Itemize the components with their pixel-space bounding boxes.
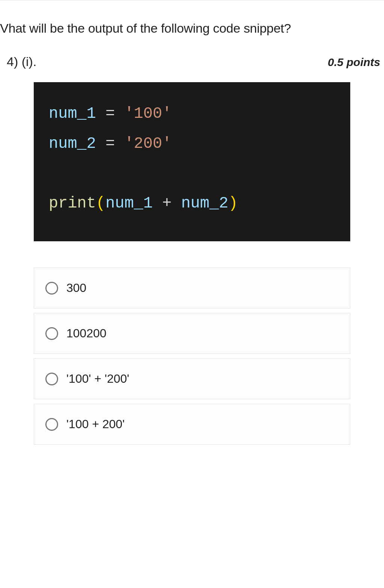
code-line-2: num_2 = '200' bbox=[49, 129, 335, 159]
code-block: num_1 = '100' num_2 = '200' print(num_1 … bbox=[34, 82, 350, 241]
code-paren: ( bbox=[96, 194, 105, 212]
code-var: num_1 bbox=[105, 194, 153, 212]
code-function: print bbox=[49, 194, 96, 212]
question-content: Vhat will be the output of the following… bbox=[0, 21, 384, 445]
code-operator: + bbox=[153, 194, 181, 212]
option-label: 300 bbox=[66, 281, 86, 295]
radio-icon bbox=[45, 282, 58, 295]
code-string: '100' bbox=[124, 105, 172, 123]
option-1[interactable]: 300 bbox=[34, 268, 350, 308]
code-line-1: num_1 = '100' bbox=[49, 99, 335, 129]
option-label: '100' + '200' bbox=[66, 372, 129, 386]
radio-icon bbox=[45, 373, 58, 385]
code-var: num_1 bbox=[49, 105, 96, 123]
radio-icon bbox=[45, 418, 58, 431]
question-number: 4) (i). bbox=[7, 54, 36, 69]
code-operator: = bbox=[96, 135, 124, 153]
option-label: '100 + 200' bbox=[66, 417, 124, 431]
question-title: Vhat will be the output of the following… bbox=[0, 21, 384, 36]
radio-icon bbox=[45, 327, 58, 340]
code-operator: = bbox=[96, 105, 124, 123]
top-divider bbox=[0, 0, 384, 0]
option-4[interactable]: '100 + 200' bbox=[34, 404, 350, 445]
option-2[interactable]: 100200 bbox=[34, 313, 350, 354]
options-list: 300 100200 '100' + '200' '100 + 200' bbox=[0, 268, 384, 445]
question-points: 0.5 points bbox=[328, 56, 380, 69]
code-line-blank bbox=[49, 159, 335, 189]
code-var: num_2 bbox=[181, 194, 228, 212]
question-meta: 4) (i). 0.5 points bbox=[0, 54, 384, 69]
code-string: '200' bbox=[124, 135, 172, 153]
option-3[interactable]: '100' + '200' bbox=[34, 358, 350, 399]
code-line-3: print(num_1 + num_2) bbox=[49, 189, 335, 219]
code-paren: ) bbox=[228, 194, 238, 212]
option-label: 100200 bbox=[66, 326, 106, 340]
code-var: num_2 bbox=[49, 135, 96, 153]
